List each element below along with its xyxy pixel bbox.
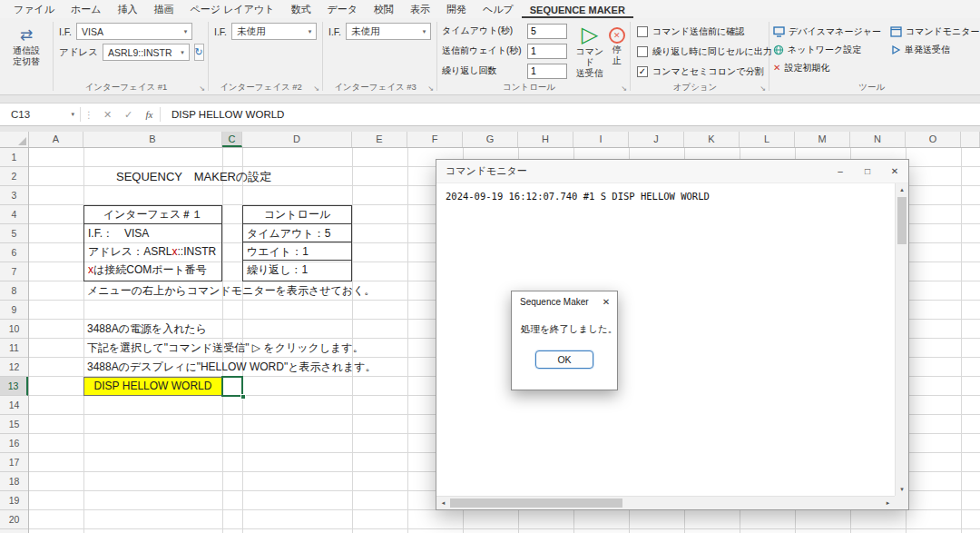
cell-d7: 繰り返し：1 [243, 261, 351, 279]
tab-review[interactable]: 校閲 [366, 0, 402, 18]
if2-type-dropdown[interactable]: 未使用 ▾ [231, 23, 317, 40]
tab-insert[interactable]: 挿入 [110, 0, 146, 18]
col-header-L[interactable]: L [740, 132, 795, 147]
ok-button[interactable]: OK [535, 350, 593, 369]
close-button[interactable]: ✕ [881, 160, 908, 183]
minimize-button[interactable]: – [827, 160, 854, 183]
row-header-4[interactable]: 4 [0, 205, 28, 224]
row-header-9[interactable]: 9 [0, 301, 28, 320]
row-header-18[interactable]: 18 [0, 472, 28, 491]
row-header-11[interactable]: 11 [0, 339, 28, 358]
row-header-1[interactable]: 1 [0, 148, 28, 167]
comm-settings-toggle-button[interactable]: ⇄ 通信設 定切替 [3, 20, 50, 67]
if1-address-dropdown[interactable]: ASRL9::INSTR ▾ [103, 44, 190, 61]
vertical-scrollbar[interactable]: ▴ ▾ [895, 183, 908, 496]
cell-b4: インターフェス＃１ [84, 206, 221, 224]
row-header-8[interactable]: 8 [0, 281, 28, 301]
tab-page-layout[interactable]: ページ レイアウト [182, 0, 283, 18]
col-header-J[interactable]: J [629, 132, 684, 147]
col-header-G[interactable]: G [463, 132, 518, 147]
row-header-3[interactable]: 3 [0, 186, 28, 205]
row-header-12[interactable]: 12 [0, 358, 28, 377]
dialog-launcher-icon[interactable]: ↘ [621, 85, 627, 93]
tool-label: コマンドモニター [906, 25, 980, 38]
row-header-19[interactable]: 19 [0, 491, 28, 510]
stop-button[interactable]: ✕ 停 止 [607, 20, 627, 66]
tab-developer[interactable]: 開発 [438, 0, 475, 18]
scroll-down-icon[interactable]: ▾ [896, 483, 908, 496]
timeout-input[interactable] [527, 24, 567, 39]
option-confirm-before-send[interactable]: コマンド送信前に確認 [637, 23, 762, 40]
option-split-comma-semicolon[interactable]: コンマとセミコロンで分割 [637, 63, 762, 80]
col-header-B[interactable]: B [83, 132, 222, 147]
row-header-16[interactable]: 16 [0, 434, 28, 453]
select-all-corner[interactable] [0, 132, 29, 147]
scroll-left-icon[interactable]: ◂ [436, 499, 450, 507]
if3-type-dropdown[interactable]: 未使用 ▾ [346, 23, 431, 40]
dialog-title-bar[interactable]: Sequence Maker ✕ [512, 291, 617, 312]
option-same-cell-output[interactable]: 繰り返し時に同じセルに出力 [637, 43, 762, 60]
single-shot-button[interactable]: 単発送受信 [890, 41, 980, 58]
tab-formulas[interactable]: 数式 [282, 0, 318, 18]
repeat-input[interactable] [527, 64, 567, 79]
row-header-6[interactable]: 6 [0, 243, 28, 262]
if1-type-dropdown[interactable]: VISA ▾ [76, 23, 192, 40]
scrollbar-thumb[interactable] [450, 498, 622, 508]
network-settings-button[interactable]: ネットワーク設定 [773, 41, 881, 58]
row-header-10[interactable]: 10 [0, 320, 28, 339]
col-header-F[interactable]: F [407, 132, 463, 147]
col-header-K[interactable]: K [684, 132, 740, 147]
scrollbar-thumb[interactable] [897, 197, 906, 244]
cell-b13-highlighted[interactable]: DISP HELLOW WORLD [83, 377, 222, 396]
reset-settings-button[interactable]: ✕ 設定初期化 [773, 59, 881, 76]
formula-input[interactable]: DISP HELLOW WORLD [172, 109, 284, 120]
col-header-M[interactable]: M [795, 132, 850, 147]
device-manager-button[interactable]: デバイスマネージャー [773, 23, 881, 40]
dialog-launcher-icon[interactable]: ↘ [760, 85, 766, 93]
col-header-O[interactable]: O [906, 132, 961, 147]
row-header-20[interactable]: 20 [0, 510, 28, 529]
insert-function-icon[interactable]: fx [139, 109, 160, 120]
row-header-15[interactable]: 15 [0, 415, 28, 434]
scroll-up-icon[interactable]: ▴ [896, 183, 908, 196]
row-header-7[interactable]: 7 [0, 262, 28, 281]
row-header-2[interactable]: 2 [0, 167, 28, 186]
fill-handle[interactable] [240, 394, 246, 400]
name-box[interactable]: C13 ▾ [0, 104, 80, 125]
col-header-H[interactable]: H [518, 132, 573, 147]
maximize-button[interactable]: □ [854, 160, 881, 183]
dialog-launcher-icon[interactable]: ↘ [427, 85, 434, 93]
col-header-I[interactable]: I [573, 132, 629, 147]
scroll-right-icon[interactable]: ▸ [881, 499, 895, 507]
option-label: 繰り返し時に同じセルに出力 [652, 45, 772, 58]
col-header-D[interactable]: D [242, 132, 352, 147]
command-send-button[interactable]: ▷ コマンド 送受信 [573, 20, 607, 79]
command-monitor-button[interactable]: コマンドモニター [890, 23, 980, 40]
monitor-title-bar[interactable]: コマンドモニター – □ ✕ [436, 160, 908, 183]
col-header-E[interactable]: E [352, 132, 407, 147]
tab-view[interactable]: 表示 [402, 0, 438, 18]
tab-help[interactable]: ヘルプ [475, 0, 522, 18]
close-icon[interactable]: ✕ [595, 291, 617, 312]
dialog-launcher-icon[interactable]: ↘ [199, 85, 205, 93]
tab-draw[interactable]: 描画 [146, 0, 182, 18]
tab-data[interactable]: データ [318, 0, 366, 18]
chevron-down-icon: ▾ [177, 49, 189, 56]
row-header-14[interactable]: 14 [0, 396, 28, 415]
column-headers: A B C D E F G H I J K L M N O [0, 132, 980, 148]
wait-input[interactable] [527, 44, 567, 59]
row-header-5[interactable]: 5 [0, 224, 28, 243]
tab-sequence-maker[interactable]: SEQUENCE MAKER [522, 2, 633, 18]
tab-home[interactable]: ホーム [63, 0, 110, 18]
refresh-button[interactable]: ↻ [194, 44, 204, 61]
col-header-A[interactable]: A [29, 132, 83, 147]
col-header-N[interactable]: N [850, 132, 906, 147]
cancel-icon[interactable]: ✕ [97, 109, 118, 121]
col-header-C[interactable]: C [222, 132, 242, 147]
horizontal-scrollbar[interactable]: ◂ ▸ [436, 496, 895, 509]
row-header-13[interactable]: 13 [0, 377, 28, 396]
row-header-17[interactable]: 17 [0, 453, 28, 472]
dialog-launcher-icon[interactable]: ↘ [313, 85, 319, 93]
tab-file[interactable]: ファイル [5, 0, 63, 18]
enter-icon[interactable]: ✓ [118, 109, 139, 121]
